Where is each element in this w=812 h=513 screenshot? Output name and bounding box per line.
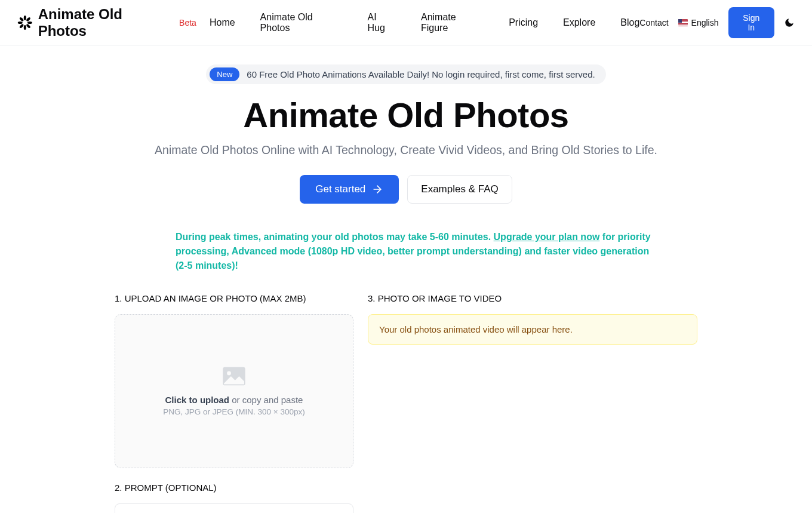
main-content: New 60 Free Old Photo Animations Availab…: [0, 45, 812, 513]
language-select[interactable]: English: [678, 18, 719, 27]
image-icon: [222, 366, 247, 386]
svg-point-7: [19, 16, 24, 21]
theme-toggle[interactable]: [784, 17, 795, 29]
arrow-right-icon: [371, 183, 383, 195]
nav-explore[interactable]: Explore: [563, 17, 595, 28]
peak-notice: During peak times, animating your old ph…: [137, 230, 675, 273]
logo-icon: [17, 14, 33, 31]
beta-tag: Beta: [179, 18, 196, 27]
svg-point-10: [227, 371, 231, 376]
announcement-text: 60 Free Old Photo Animations Available D…: [247, 69, 595, 79]
svg-point-1: [26, 16, 31, 21]
upload-text: Click to upload or copy and paste: [165, 395, 303, 405]
upload-section-label: 1. UPLOAD AN IMAGE OR PHOTO (MAX 2MB): [115, 293, 353, 303]
header: Animate Old Photos Beta Home Animate Old…: [0, 0, 812, 45]
upload-dropzone[interactable]: Click to upload or copy and paste PNG, J…: [115, 314, 353, 468]
svg-point-2: [27, 21, 32, 23]
contact-link[interactable]: Contact: [639, 18, 668, 27]
announcement-bar[interactable]: New 60 Free Old Photo Animations Availab…: [206, 64, 605, 84]
get-started-button[interactable]: Get started: [300, 175, 399, 204]
nav-blog[interactable]: Blog: [620, 17, 639, 28]
new-badge: New: [210, 67, 239, 81]
flag-icon: [678, 19, 688, 26]
header-right: Contact English Sign In: [639, 7, 795, 38]
moon-icon: [784, 17, 795, 28]
upgrade-link[interactable]: Upgrade your plan now: [494, 232, 600, 242]
nav-home[interactable]: Home: [210, 17, 235, 28]
prompt-section-label: 2. PROMPT (OPTIONAL): [115, 483, 353, 493]
nav-ai-hug[interactable]: AI Hug: [368, 12, 396, 33]
svg-point-4: [24, 25, 26, 30]
hero-subtitle: Animate Old Photos Online with AI Techno…: [0, 143, 812, 157]
svg-point-6: [18, 21, 23, 23]
upload-hint: PNG, JPG or JPEG (MIN. 300 × 300px): [163, 407, 304, 416]
nav-pricing[interactable]: Pricing: [509, 17, 538, 28]
nav-animate-figure[interactable]: Animate Figure: [421, 12, 484, 33]
sign-in-button[interactable]: Sign In: [728, 7, 774, 38]
upload-text-strong: Click to upload: [165, 395, 230, 405]
cta-row: Get started Examples & FAQ: [0, 175, 812, 204]
result-section-label: 3. PHOTO OR IMAGE TO VIDEO: [368, 293, 697, 303]
result-placeholder: Your old photos animated video will appe…: [368, 314, 697, 345]
prompt-textarea[interactable]: [115, 503, 353, 513]
logo-text: Animate Old Photos: [38, 6, 173, 39]
main-nav: Home Animate Old Photos AI Hug Animate F…: [210, 12, 639, 33]
columns: 1. UPLOAD AN IMAGE OR PHOTO (MAX 2MB) Cl…: [100, 293, 712, 513]
nav-animate-old-photos[interactable]: Animate Old Photos: [260, 12, 343, 33]
examples-faq-button[interactable]: Examples & FAQ: [407, 175, 512, 204]
get-started-label: Get started: [315, 183, 365, 195]
hero-title: Animate Old Photos: [0, 95, 812, 135]
language-label: English: [691, 18, 719, 27]
notice-part1: During peak times, animating your old ph…: [176, 232, 494, 242]
header-left: Animate Old Photos Beta Home Animate Old…: [17, 6, 639, 39]
svg-point-3: [26, 23, 31, 29]
upload-text-rest: or copy and paste: [229, 395, 303, 405]
column-right: 3. PHOTO OR IMAGE TO VIDEO Your old phot…: [368, 293, 697, 513]
svg-point-5: [19, 23, 24, 29]
column-left: 1. UPLOAD AN IMAGE OR PHOTO (MAX 2MB) Cl…: [115, 293, 353, 513]
svg-point-0: [24, 15, 26, 20]
